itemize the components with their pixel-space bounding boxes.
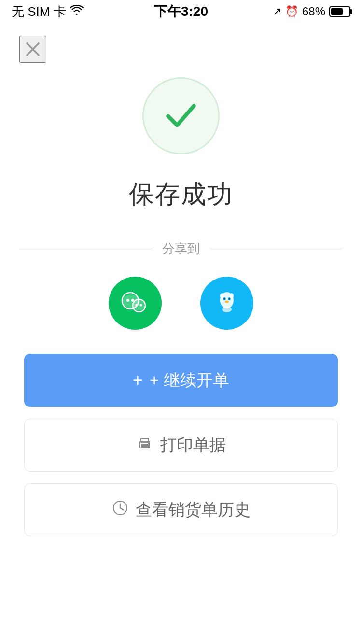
continue-label: + 继续开单 (150, 369, 229, 392)
alarm-icon: ⏰ (285, 5, 298, 18)
svg-point-16 (225, 301, 229, 303)
status-time: 下午3:20 (154, 2, 208, 21)
share-label: 分享到 (162, 240, 200, 257)
svg-point-8 (136, 304, 138, 307)
status-left: 无 SIM 卡 (12, 3, 84, 20)
buttons-section: + + 继续开单 打印单据 (19, 354, 343, 536)
carrier-text: 无 SIM 卡 (12, 3, 66, 20)
svg-point-7 (131, 299, 134, 302)
svg-point-11 (222, 307, 232, 312)
battery-percent: 68% (302, 5, 325, 18)
share-icons (19, 277, 343, 330)
svg-point-22 (148, 443, 150, 444)
printer-icon (136, 434, 153, 456)
share-divider: 分享到 (19, 240, 343, 257)
svg-point-15 (229, 298, 230, 300)
success-circle (142, 77, 220, 154)
history-button[interactable]: 查看销货单历史 (24, 483, 338, 536)
share-section: 分享到 (19, 240, 343, 330)
wifi-icon (70, 4, 84, 19)
status-bar: 无 SIM 卡 下午3:20 ↗ ⏰ 68% (0, 0, 362, 21)
history-label: 查看销货单历史 (136, 499, 251, 521)
status-right: ↗ ⏰ 68% (273, 5, 350, 18)
svg-point-17 (220, 293, 224, 299)
svg-rect-20 (141, 444, 149, 448)
continue-button[interactable]: + + 继续开单 (24, 354, 338, 407)
svg-point-14 (224, 298, 225, 300)
clock-icon (111, 499, 129, 520)
location-icon: ↗ (273, 5, 281, 18)
svg-point-9 (140, 304, 142, 307)
print-button[interactable]: 打印单据 (24, 419, 338, 472)
battery-icon (329, 6, 350, 17)
svg-point-6 (126, 299, 129, 302)
svg-line-25 (120, 508, 123, 510)
svg-point-18 (230, 293, 234, 299)
success-title: 保存成功 (129, 178, 233, 211)
main-content: 保存成功 分享到 (0, 21, 362, 536)
qq-share-button[interactable] (200, 277, 253, 330)
checkmark-icon (162, 96, 200, 136)
plus-icon: + (133, 370, 143, 391)
wechat-share-button[interactable] (109, 277, 162, 330)
print-label: 打印单据 (160, 434, 226, 456)
close-button[interactable] (19, 36, 46, 63)
